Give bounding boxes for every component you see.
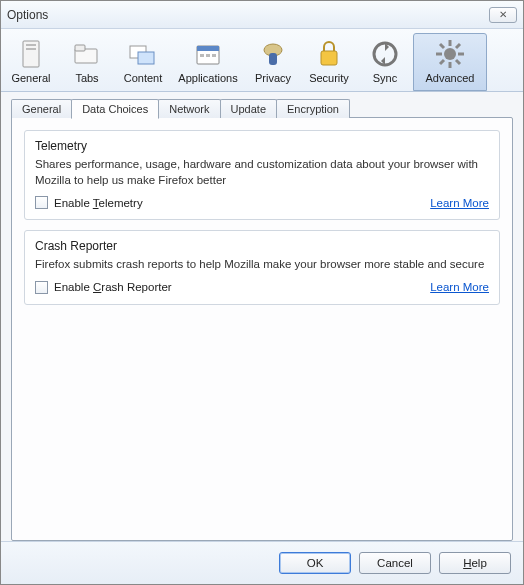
svg-line-21 <box>440 44 444 48</box>
telemetry-title: Telemetry <box>35 139 489 153</box>
crash-row: Enable Crash Reporter Learn More <box>35 281 489 294</box>
svg-rect-9 <box>200 54 204 57</box>
svg-rect-10 <box>206 54 210 57</box>
toolbar-advanced[interactable]: Advanced <box>413 33 487 91</box>
crash-checkbox-label[interactable]: Enable Crash Reporter <box>54 281 172 293</box>
svg-line-23 <box>456 44 460 48</box>
crash-desc: Firefox submits crash reports to help Mo… <box>35 257 489 273</box>
svg-rect-13 <box>269 53 277 65</box>
options-window: Options ✕ General Tabs Content <box>0 0 524 585</box>
toolbar-label: Tabs <box>62 72 112 84</box>
telemetry-learn-more-link[interactable]: Learn More <box>430 197 489 209</box>
svg-rect-14 <box>321 51 337 65</box>
toolbar-label: Advanced <box>416 72 484 84</box>
content-icon <box>127 38 159 70</box>
subtab-encryption[interactable]: Encryption <box>276 99 350 118</box>
subtab-general[interactable]: General <box>11 99 72 118</box>
subtab-strip: General Data Choices Network Update Encr… <box>11 99 513 118</box>
applications-icon <box>192 38 224 70</box>
data-choices-panel: Telemetry Shares performance, usage, har… <box>11 117 513 541</box>
toolbar-content[interactable]: Content <box>115 33 171 91</box>
telemetry-checkbox-label[interactable]: Enable Telemetry <box>54 197 143 209</box>
svg-line-24 <box>440 60 444 64</box>
privacy-icon <box>257 38 289 70</box>
toolbar-label: Applications <box>174 72 242 84</box>
close-icon: ✕ <box>499 9 507 20</box>
svg-rect-6 <box>138 52 154 64</box>
category-toolbar: General Tabs Content Applications Privac… <box>1 29 523 92</box>
svg-point-16 <box>444 48 456 60</box>
sync-icon <box>369 38 401 70</box>
toolbar-sync[interactable]: Sync <box>357 33 413 91</box>
telemetry-row: Enable Telemetry Learn More <box>35 196 489 209</box>
telemetry-desc: Shares performance, usage, hardware and … <box>35 157 489 188</box>
titlebar: Options ✕ <box>1 1 523 29</box>
telemetry-checkbox[interactable] <box>35 196 48 209</box>
toolbar-privacy[interactable]: Privacy <box>245 33 301 91</box>
crash-checkbox[interactable] <box>35 281 48 294</box>
svg-rect-1 <box>26 44 36 46</box>
svg-rect-11 <box>212 54 216 57</box>
svg-rect-4 <box>75 45 85 51</box>
toolbar-label: Privacy <box>248 72 298 84</box>
general-icon <box>15 38 47 70</box>
toolbar-general[interactable]: General <box>3 33 59 91</box>
subtab-network[interactable]: Network <box>158 99 220 118</box>
dialog-footer: OK Cancel Help <box>1 541 523 584</box>
security-icon <box>313 38 345 70</box>
cancel-button[interactable]: Cancel <box>359 552 431 574</box>
svg-line-22 <box>456 60 460 64</box>
toolbar-tabs[interactable]: Tabs <box>59 33 115 91</box>
content-area: General Data Choices Network Update Encr… <box>1 92 523 541</box>
close-button[interactable]: ✕ <box>489 7 517 23</box>
help-button[interactable]: Help <box>439 552 511 574</box>
crash-learn-more-link[interactable]: Learn More <box>430 281 489 293</box>
toolbar-label: Content <box>118 72 168 84</box>
toolbar-security[interactable]: Security <box>301 33 357 91</box>
crash-title: Crash Reporter <box>35 239 489 253</box>
telemetry-group: Telemetry Shares performance, usage, har… <box>24 130 500 220</box>
crash-group: Crash Reporter Firefox submits crash rep… <box>24 230 500 305</box>
svg-rect-2 <box>26 48 36 50</box>
window-title: Options <box>7 8 489 22</box>
toolbar-label: General <box>6 72 56 84</box>
toolbar-label: Security <box>304 72 354 84</box>
ok-button[interactable]: OK <box>279 552 351 574</box>
advanced-icon <box>434 38 466 70</box>
svg-rect-8 <box>197 46 219 51</box>
tabs-icon <box>71 38 103 70</box>
subtab-data-choices[interactable]: Data Choices <box>71 99 159 119</box>
toolbar-label: Sync <box>360 72 410 84</box>
toolbar-applications[interactable]: Applications <box>171 33 245 91</box>
subtab-update[interactable]: Update <box>220 99 277 118</box>
